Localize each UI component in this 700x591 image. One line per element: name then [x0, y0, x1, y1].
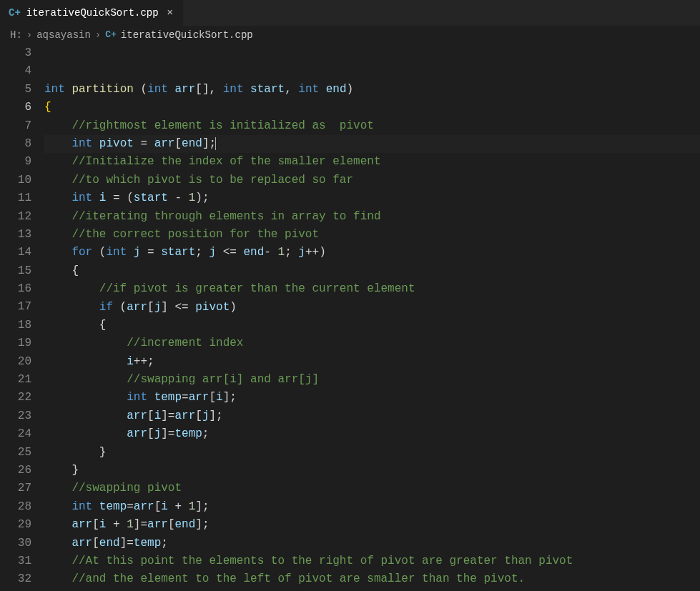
line-number: 10 — [0, 172, 31, 189]
line-number: 13 — [0, 226, 31, 244]
code-line[interactable]: //if pivot is greater than the current e… — [44, 280, 700, 298]
line-number: 16 — [0, 280, 31, 298]
breadcrumb: H: › aqsayasin › C+ iterativeQuickSort.c… — [0, 26, 700, 44]
breadcrumb-file[interactable]: iterativeQuickSort.cpp — [121, 29, 253, 41]
line-number: 4 — [0, 62, 31, 80]
code-area[interactable]: int partition (int arr[], int start, int… — [44, 44, 700, 591]
code-line[interactable]: int temp=arr[i + 1]; — [44, 498, 700, 516]
line-number: 27 — [0, 480, 31, 497]
line-number: 21 — [0, 371, 31, 389]
code-line[interactable]: for (int j = start; j <= end- 1; j++) — [44, 244, 700, 262]
line-number: 6 — [0, 99, 31, 116]
tab-bar: C+ iterativeQuickSort.cpp × — [0, 0, 700, 26]
text-cursor — [215, 137, 216, 150]
code-line[interactable]: //swapping arr[i] and arr[j] — [44, 371, 700, 389]
line-number: 28 — [0, 498, 31, 516]
chevron-right-icon: › — [95, 29, 101, 41]
line-number: 32 — [0, 570, 31, 588]
line-number: 17 — [0, 298, 31, 316]
line-number: 11 — [0, 189, 31, 207]
code-line[interactable]: arr[i]=arr[j]; — [44, 407, 700, 425]
code-line[interactable]: int temp=arr[i]; — [44, 389, 700, 407]
line-number: 18 — [0, 317, 31, 334]
code-line[interactable]: } — [44, 462, 700, 480]
code-line[interactable]: //swapping pivot — [44, 480, 700, 497]
code-line[interactable]: int partition (int arr[], int start, int… — [44, 81, 700, 99]
line-number: 15 — [0, 262, 31, 280]
breadcrumb-folder[interactable]: aqsayasin — [36, 29, 91, 41]
line-number: 7 — [0, 117, 31, 135]
code-line[interactable]: arr[i + 1]=arr[end]; — [44, 516, 700, 534]
code-line[interactable]: arr[end]=temp; — [44, 535, 700, 552]
line-number: 25 — [0, 444, 31, 462]
code-line[interactable]: //increment index — [44, 334, 700, 352]
code-line[interactable]: //iterating through elements in array to… — [44, 208, 700, 226]
code-line[interactable]: //and the element to the left of pivot a… — [44, 570, 700, 588]
line-number: 31 — [0, 552, 31, 570]
code-line[interactable]: { — [44, 99, 700, 116]
line-number: 12 — [0, 208, 31, 226]
tab-label: iterativeQuickSort.cpp — [26, 7, 159, 19]
tab-active[interactable]: C+ iterativeQuickSort.cpp × — [0, 0, 184, 26]
code-line[interactable]: //At this point the elements to the righ… — [44, 552, 700, 570]
code-line[interactable]: //Initialize the index of the smaller el… — [44, 153, 700, 171]
line-number-gutter: 3456789101112131415161718192021222324252… — [0, 44, 44, 591]
code-line[interactable]: if (arr[j] <= pivot) — [44, 299, 700, 317]
code-line[interactable]: { — [44, 317, 700, 334]
line-number: 8 — [0, 135, 31, 153]
line-number: 5 — [0, 81, 31, 99]
code-line[interactable]: { — [44, 262, 700, 280]
line-number: 23 — [0, 407, 31, 425]
line-number: 22 — [0, 389, 31, 407]
chevron-right-icon: › — [26, 29, 32, 41]
line-number: 14 — [0, 244, 31, 262]
line-number: 26 — [0, 462, 31, 480]
code-line[interactable]: //to which pivot is to be replaced so fa… — [44, 172, 700, 189]
code-line[interactable]: //rightmost element is initialized as pi… — [44, 117, 700, 135]
breadcrumb-drive[interactable]: H: — [10, 29, 22, 41]
cpp-file-icon: C+ — [9, 7, 21, 19]
code-line[interactable]: int i = (start - 1); — [44, 189, 700, 207]
code-line[interactable]: int pivot = arr[end]; — [44, 135, 700, 153]
code-line[interactable]: //the correct position for the pivot — [44, 226, 700, 244]
line-number: 29 — [0, 516, 31, 534]
code-line[interactable]: arr[j]=temp; — [44, 425, 700, 443]
code-line[interactable]: } — [44, 444, 700, 462]
line-number: 20 — [0, 353, 31, 371]
close-icon[interactable]: × — [164, 8, 176, 19]
cpp-file-icon: C+ — [105, 29, 117, 40]
line-number: 19 — [0, 334, 31, 352]
code-line[interactable]: i++; — [44, 353, 700, 371]
line-number: 24 — [0, 425, 31, 443]
line-number: 9 — [0, 153, 31, 171]
code-editor[interactable]: 3456789101112131415161718192021222324252… — [0, 44, 700, 591]
line-number: 30 — [0, 535, 31, 552]
line-number: 3 — [0, 44, 31, 62]
